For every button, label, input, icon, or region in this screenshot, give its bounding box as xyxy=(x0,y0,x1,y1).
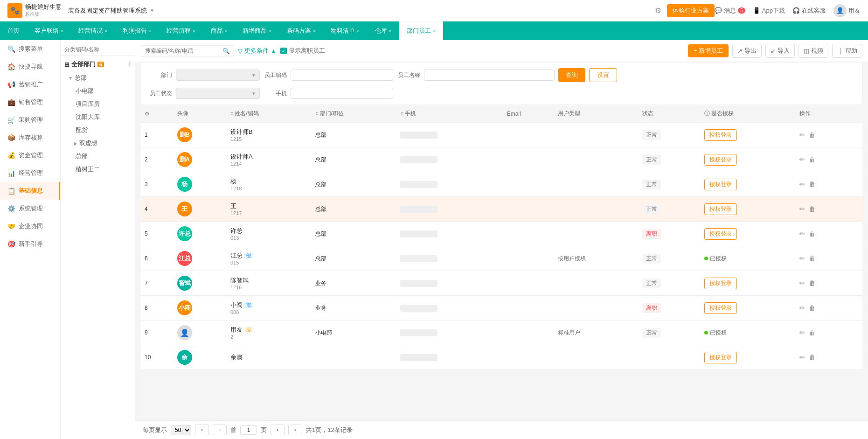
help-btn[interactable]: ｜ 帮助 xyxy=(832,44,862,58)
auth-btn[interactable]: 授权登录 xyxy=(704,129,737,141)
views-btn[interactable]: ◫ 视频 xyxy=(799,44,828,58)
edit-icon[interactable]: ✏ xyxy=(799,205,805,213)
sidebar-item-经营管理[interactable]: 📊经营管理 xyxy=(0,164,60,182)
sidebar-item-采购管理[interactable]: 🛒采购管理 xyxy=(0,111,60,129)
next-page-btn[interactable]: ＞ xyxy=(271,425,285,435)
nav-item-新增商品[interactable]: 新增商品 × xyxy=(235,21,279,40)
dept-node-小电部[interactable]: 小电部 xyxy=(61,84,135,98)
trial-btn[interactable]: 体验行业方案 xyxy=(667,4,715,17)
nav-item-经营情况[interactable]: 经营情况 × xyxy=(71,21,115,40)
delete-icon[interactable]: 🗑 xyxy=(809,329,815,336)
add-employee-btn[interactable]: + 新增员工 xyxy=(688,44,729,57)
edit-icon[interactable]: ✏ xyxy=(799,304,805,312)
page-input[interactable] xyxy=(240,425,257,435)
edit-icon[interactable]: ✏ xyxy=(799,131,805,139)
dept-node-双虚想[interactable]: ▶ 双虚想 xyxy=(61,137,135,150)
dept-node-总部[interactable]: 总部 xyxy=(61,150,135,163)
online-service-btn[interactable]: 🎧 在线客服 xyxy=(792,7,826,15)
status-select[interactable] xyxy=(176,88,260,99)
dept-node-配货[interactable]: 配货 xyxy=(61,124,135,137)
system-title-arrow[interactable]: ▼ xyxy=(150,8,154,13)
query-btn[interactable]: 查询 xyxy=(558,68,585,82)
show-resigned-toggle[interactable]: ✓ 显示离职员工 xyxy=(280,47,325,55)
delete-icon[interactable]: 🗑 xyxy=(809,181,815,188)
auth-btn[interactable]: 授权登录 xyxy=(704,302,737,314)
sidebar-item-新手引导[interactable]: 🎯新手引导 xyxy=(0,235,60,253)
first-page-btn[interactable]: ＜ xyxy=(195,425,209,435)
dept-all-label[interactable]: ⊞ 全部部门 6 xyxy=(64,60,104,69)
edit-icon[interactable]: ✏ xyxy=(799,181,805,188)
auth-btn[interactable]: 授权登录 xyxy=(704,228,737,240)
more-filter-btn[interactable]: ▽ 更多条件 ▲ xyxy=(238,47,277,55)
nav-item-首页[interactable]: 首页 xyxy=(0,21,27,40)
sidebar-item-营销推广[interactable]: 📢营销推广 xyxy=(0,76,60,93)
auth-btn[interactable]: 授权登录 xyxy=(704,203,737,215)
nav-close-物料清单[interactable]: × xyxy=(357,28,360,34)
delete-icon[interactable]: 🗑 xyxy=(809,354,815,361)
nav-close-经营历程[interactable]: × xyxy=(193,28,195,34)
per-page-select[interactable]: 50 xyxy=(171,425,191,435)
delete-icon[interactable]: 🗑 xyxy=(809,131,815,139)
auth-btn[interactable]: 授权登录 xyxy=(704,179,737,190)
edit-icon[interactable]: ✏ xyxy=(799,156,805,163)
sidebar-item-库存核算[interactable]: 📦库存核算 xyxy=(0,129,60,146)
nav-item-客户联络[interactable]: 客户联络 × xyxy=(27,21,71,40)
nav-item-商品[interactable]: 商品 × xyxy=(203,21,235,40)
user-area[interactable]: 👤 用友 xyxy=(833,4,861,17)
search-input[interactable] xyxy=(145,48,221,54)
emp-name-input[interactable] xyxy=(424,70,555,81)
dept-node-总部[interactable]: ▼ 总部 xyxy=(61,71,135,84)
last-page-btn[interactable]: ＞ xyxy=(288,425,302,435)
emp-code-input[interactable] xyxy=(291,70,393,81)
edit-icon[interactable]: ✏ xyxy=(799,230,805,237)
set-btn[interactable]: 设置 xyxy=(589,68,617,82)
sidebar-item-销售管理[interactable]: 💼销售管理 xyxy=(0,93,60,111)
delete-icon[interactable]: 🗑 xyxy=(809,205,815,213)
th-phone[interactable]: ↕ 手机 xyxy=(396,105,503,123)
app-download-btn[interactable]: 📱 App下载 xyxy=(753,7,785,15)
nav-close-条码方案[interactable]: × xyxy=(313,28,316,34)
settings-icon[interactable]: ⚙ xyxy=(655,6,661,15)
dept-node-植树王二[interactable]: 植树王二 xyxy=(61,163,135,176)
edit-icon[interactable]: ✏ xyxy=(799,279,805,287)
dept-select[interactable] xyxy=(176,70,260,81)
message-btn[interactable]: 💬 消息 5 xyxy=(715,7,745,15)
nav-item-仓库[interactable]: 仓库 × xyxy=(368,21,399,40)
delete-icon[interactable]: 🗑 xyxy=(809,230,815,237)
sidebar-item-企业协同[interactable]: 🤝企业协同 xyxy=(0,217,60,235)
dept-collapse-icon[interactable]: 《 xyxy=(125,60,131,69)
nav-close-商品[interactable]: × xyxy=(225,28,228,34)
prev-page-btn[interactable]: ＜ xyxy=(213,425,227,435)
edit-icon[interactable]: ✏ xyxy=(799,329,805,336)
nav-item-物料清单[interactable]: 物料清单 × xyxy=(323,21,367,40)
delete-icon[interactable]: 🗑 xyxy=(809,304,815,312)
delete-icon[interactable]: 🗑 xyxy=(809,156,815,163)
export-btn[interactable]: ↗ 导出 xyxy=(732,44,762,58)
sidebar-item-基础信息[interactable]: 📋基础信息 xyxy=(0,182,60,200)
show-resigned-checkbox[interactable]: ✓ xyxy=(280,48,287,54)
sidebar-item-系统管理[interactable]: ⚙️系统管理 xyxy=(0,200,60,217)
nav-item-条码方案[interactable]: 条码方案 × xyxy=(279,21,323,40)
th-dept[interactable]: ↕ 部门/职位 xyxy=(312,105,396,123)
th-settings[interactable]: ⚙ xyxy=(141,105,174,123)
nav-close-部门员工[interactable]: × xyxy=(433,28,436,34)
phone-input[interactable] xyxy=(291,88,393,99)
auth-btn[interactable]: 授权登录 xyxy=(704,154,737,166)
auth-btn[interactable]: 授权登录 xyxy=(704,278,737,289)
nav-close-客户联络[interactable]: × xyxy=(61,28,63,34)
sidebar-item-搜索菜单[interactable]: 🔍搜索菜单 xyxy=(0,40,60,58)
nav-close-新增商品[interactable]: × xyxy=(269,28,271,34)
nav-close-仓库[interactable]: × xyxy=(389,28,392,34)
edit-icon[interactable]: ✏ xyxy=(799,255,805,262)
sidebar-item-资金管理[interactable]: 💰资金管理 xyxy=(0,146,60,164)
search-icon[interactable]: 🔍 xyxy=(222,48,230,55)
nav-close-经营情况[interactable]: × xyxy=(104,28,107,34)
dept-node-项目库房[interactable]: 项目库房 xyxy=(61,98,135,111)
dept-search-input[interactable] xyxy=(64,46,134,53)
nav-item-经营历程[interactable]: 经营历程 × xyxy=(159,21,203,40)
th-name[interactable]: ↕ 姓名/编码 xyxy=(227,105,312,123)
sidebar-item-快捷导航[interactable]: 🏠快捷导航 xyxy=(0,58,60,76)
delete-icon[interactable]: 🗑 xyxy=(809,255,815,262)
edit-icon[interactable]: ✏ xyxy=(799,354,805,361)
nav-item-利润报告[interactable]: 利润报告 × xyxy=(115,21,159,40)
